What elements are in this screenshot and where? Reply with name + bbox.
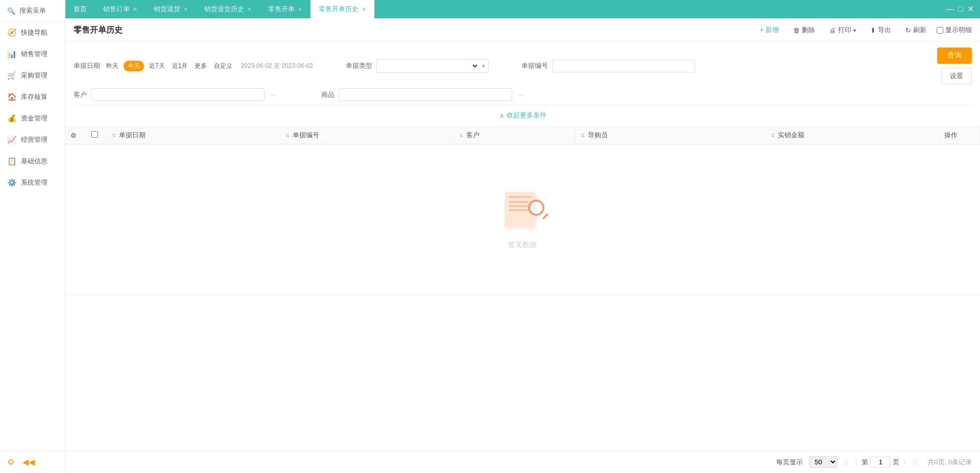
window-restore[interactable]: □ (958, 5, 963, 13)
date-yesterday[interactable]: 昨天 (104, 61, 121, 71)
filter-area: 单据日期 昨天 今天 近7天 近1月 更多 自定义 2023-06-02 至 2… (65, 41, 980, 127)
tab-sales-order-close[interactable]: ✕ (133, 6, 137, 13)
table-header-row: ⚙ ⇅ 单据日期 ⇅ (65, 127, 980, 144)
window-minimize[interactable]: — (946, 5, 954, 13)
date-more[interactable]: 更多 (193, 61, 209, 71)
sidebar-item-label: 快捷导航 (21, 28, 47, 37)
th-date: ⇅ 单据日期 (106, 127, 280, 144)
tab-sales-order[interactable]: 销售订单 ✕ (95, 0, 146, 18)
tab-sales-return-history[interactable]: 销货退货历史 ✕ (196, 0, 260, 18)
date-1month[interactable]: 近1月 (170, 61, 190, 71)
sidebar-item-label: 资金管理 (21, 114, 47, 123)
column-settings-icon[interactable]: ⚙ (70, 132, 77, 139)
table-body: 暂无数据 (65, 144, 980, 295)
tab-retail-open[interactable]: 零售开单 ✕ (260, 0, 310, 18)
tab-home[interactable]: 首页 (65, 0, 95, 18)
page-last-btn[interactable]: ⟩⟩ (910, 457, 919, 467)
date-custom[interactable]: 自定义 (212, 61, 234, 71)
number-sort-icon[interactable]: ⇅ (285, 133, 290, 138)
date-7days[interactable]: 近7天 (147, 61, 167, 71)
cart-icon: 🛒 (7, 71, 17, 80)
export-button[interactable]: ⬆ 导出 (866, 23, 895, 37)
date-filter-group: 单据日期 昨天 今天 近7天 近1月 更多 自定义 2023-06-02 至 2… (74, 61, 313, 71)
page-prev-btn[interactable]: ⟨ (853, 457, 859, 467)
amount-sort-icon[interactable]: ⇅ (771, 133, 775, 138)
sidebar-item-quick-nav[interactable]: 🧭 快捷导航 (0, 22, 65, 43)
sidebar-item-sales-mgmt[interactable]: 📊 销售管理 (0, 43, 65, 65)
filter-row-2: 客户 ··· 商品 ··· (74, 88, 972, 101)
export-icon: ⬆ (870, 27, 876, 34)
sidebar-item-basic-info[interactable]: 📋 基础信息 (0, 151, 65, 172)
sidebar-item-purchase-mgmt[interactable]: 🛒 采购管理 (0, 65, 65, 86)
new-button[interactable]: + 新增 (756, 23, 783, 37)
pagination: 每页显示 20 50 100 200 ⟨⟨ ⟨ 第 页 ⟩ ⟩⟩ 共0页, 0条… (65, 451, 980, 473)
settings-button[interactable]: 设置 (941, 68, 972, 84)
window-controls: — □ ✕ (946, 5, 980, 13)
goods-dots-icon[interactable]: ··· (516, 90, 526, 99)
goods-filter-group: 商品 ··· (321, 88, 526, 101)
date-filter-label: 单据日期 (74, 61, 100, 70)
date-today[interactable]: 今天 (124, 61, 144, 71)
collapse-button[interactable]: ∧ 收起更多条件 (74, 109, 972, 122)
page-first-btn[interactable]: ⟨⟨ (842, 457, 851, 467)
query-button[interactable]: 查询 (937, 47, 972, 64)
type-filter-label: 单据类型 (346, 61, 372, 70)
sidebar-item-label: 基础信息 (21, 157, 47, 166)
tab-retail-history-label: 零售开单历史 (319, 5, 358, 14)
tab-retail-history[interactable]: 零售开单历史 ✕ (310, 0, 374, 18)
sidebar-item-sys-mgmt[interactable]: ⚙️ 系统管理 (0, 172, 65, 193)
content-area: 零售开单历史 + 新增 🗑 删除 🖨 打印 ▾ ⬆ 导出 (65, 18, 980, 473)
refresh-button[interactable]: ↻ 刷新 (901, 23, 930, 37)
per-page-label: 每页显示 (776, 458, 803, 467)
goods-filter-label: 商品 (321, 90, 334, 99)
sidebar: 🔍 搜索采单 🧭 快捷导航 📊 销售管理 🛒 采购管理 🏠 库存核算 💰 资金管… (0, 0, 65, 473)
guide-sort-icon[interactable]: ⇅ (581, 133, 585, 138)
type-select-wrap: ▾ (376, 59, 489, 73)
customer-input[interactable] (91, 88, 265, 101)
query-settings-group: 查询 设置 (937, 47, 972, 84)
print-label: 打印 (838, 26, 851, 35)
window-close[interactable]: ✕ (967, 5, 974, 13)
sidebar-item-label: 经营管理 (21, 135, 47, 144)
date-sort-icon[interactable]: ⇅ (112, 133, 116, 138)
page-label: 页 (893, 458, 899, 467)
sidebar-item-operations[interactable]: 📈 经营管理 (0, 129, 65, 151)
collapse-label: 收起更多条件 (507, 111, 546, 120)
sidebar-item-finance[interactable]: 💰 资金管理 (0, 108, 65, 129)
number-input[interactable] (552, 60, 695, 72)
sidebar-item-inventory[interactable]: 🏠 库存核算 (0, 86, 65, 108)
th-ops: 操作 (939, 127, 980, 144)
search-icon: 🔍 (7, 7, 15, 15)
delete-button[interactable]: 🗑 删除 (789, 23, 819, 37)
tab-sales-return[interactable]: 销货退货 ✕ (146, 0, 196, 18)
chart-icon: 📊 (7, 49, 17, 59)
sidebar-search[interactable]: 🔍 搜索采单 (0, 0, 65, 22)
type-select[interactable] (377, 60, 479, 72)
refresh-label: 刷新 (913, 26, 926, 35)
type-filter-group: 单据类型 ▾ (346, 59, 489, 73)
page-input[interactable] (870, 457, 891, 467)
tab-sales-return-history-close[interactable]: ✕ (247, 6, 252, 13)
customer-dots-icon[interactable]: ··· (269, 90, 278, 99)
tab-sales-return-close[interactable]: ✕ (183, 6, 188, 13)
tab-retail-open-close[interactable]: ✕ (298, 6, 302, 13)
tab-home-label: 首页 (74, 5, 87, 14)
sidebar-item-label: 销售管理 (21, 49, 47, 59)
collapse-up-icon: ∧ (499, 112, 505, 119)
page-size-select[interactable]: 20 50 100 200 (809, 456, 838, 468)
tab-retail-history-close[interactable]: ✕ (362, 6, 366, 13)
page-next-btn[interactable]: ⟩ (901, 457, 908, 467)
sidebar-bottom: ⚙ ◀◀ (0, 451, 65, 473)
goods-input[interactable] (339, 88, 512, 101)
collapse-row: ∧ 收起更多条件 (74, 105, 972, 122)
show-detail-toggle[interactable]: 显示明细 (937, 26, 972, 35)
tab-retail-open-label: 零售开单 (268, 5, 295, 14)
print-button[interactable]: 🖨 打印 ▾ (825, 23, 860, 37)
th-customer-label: 客户 (466, 131, 480, 140)
tab-sales-order-label: 销售订单 (103, 5, 130, 14)
customer-sort-icon[interactable]: ⇅ (459, 133, 463, 138)
show-detail-checkbox[interactable] (937, 27, 943, 34)
bottom-collapse-icon[interactable]: ◀◀ (22, 457, 35, 467)
bottom-gear-icon[interactable]: ⚙ (7, 457, 14, 467)
select-all-checkbox[interactable] (91, 131, 98, 138)
